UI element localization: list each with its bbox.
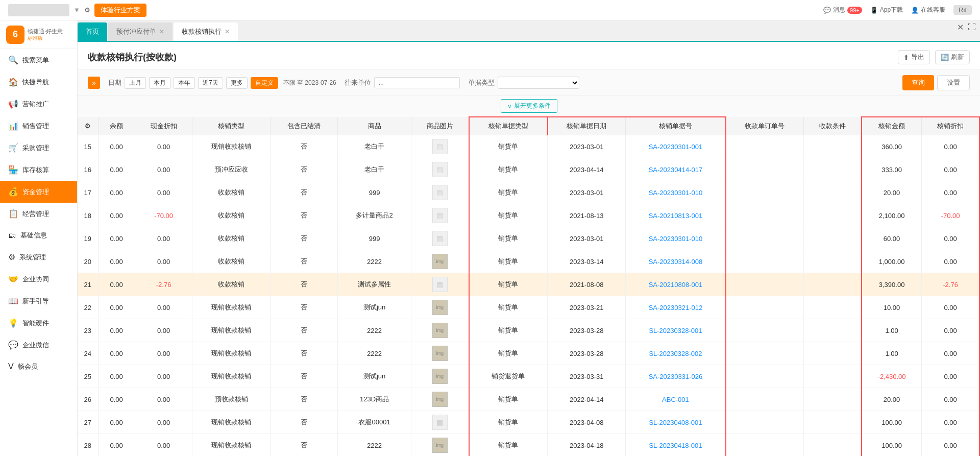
cell-rownum: 16 [78, 158, 98, 181]
cell-writeoffdate: 2021-08-13 [548, 204, 626, 227]
writeoff-no-link[interactable]: ABC-001 [662, 396, 689, 403]
cell-cashdiscount: 0.00 [135, 434, 192, 457]
sidebar-item-label: 搜索菜单 [22, 56, 49, 65]
cell-writeoffdoctype: 销货单 [469, 342, 548, 365]
tab-expand-icon[interactable]: ⛶ [968, 22, 976, 32]
cell-goods: 测试多属性 [338, 273, 411, 296]
writeoff-no-link[interactable]: SA-20230301-001 [649, 143, 703, 151]
refresh-btn[interactable]: 🔄 刷新 [935, 50, 970, 64]
export-btn[interactable]: ⬆ 导出 [898, 50, 930, 64]
writeoff-no-link[interactable]: SL-20230328-001 [649, 327, 702, 334]
sidebar-item-member[interactable]: V 畅会员 [0, 356, 77, 377]
cell-writeoffamount: -2,430.00 [862, 365, 922, 388]
sidebar-item-label: 销售管理 [22, 122, 49, 131]
cell-balance: 0.00 [98, 273, 135, 296]
table-row: 21 0.00 -2.76 收款核销 否 测试多属性 ▤ 销货单 2021-08… [78, 273, 979, 296]
sidebar-item-hardware[interactable]: 💡 智能硬件 [0, 312, 77, 334]
company-selector[interactable] [8, 4, 69, 16]
cell-goodsimg: img [411, 296, 469, 319]
sidebar-item-marketing[interactable]: 📢 营销推广 [0, 93, 77, 115]
writeoff-no-link[interactable]: SA-20210813-001 [649, 212, 703, 220]
sidebar-item-guide[interactable]: 📖 新手引导 [0, 290, 77, 312]
cell-receiptterms [804, 181, 862, 204]
filter-collapse-btn[interactable]: » [88, 77, 100, 89]
date-this-month[interactable]: 本月 [149, 77, 170, 89]
cell-writeoffamount: 1,000.00 [862, 250, 922, 273]
date-7days[interactable]: 近7天 [198, 77, 223, 89]
sidebar-item-sales[interactable]: 📊 销售管理 [0, 115, 77, 137]
cell-writeoffno: ABC-001 [626, 388, 726, 411]
user-avatar[interactable]: Rit [953, 5, 972, 15]
writeoff-no-link[interactable]: SA-20230321-012 [649, 304, 703, 311]
tab-close-icon[interactable]: ✕ [957, 22, 964, 32]
cell-balance: 0.00 [98, 158, 135, 181]
expand-more-bar: ∨ 展开更多条件 [78, 96, 980, 116]
date-this-year[interactable]: 本年 [174, 77, 195, 89]
app-download[interactable]: 📱 App下载 [870, 6, 903, 14]
cell-writeoffdate: 2023-03-21 [548, 296, 626, 319]
writeoff-no-link[interactable]: SL-20230328-002 [649, 350, 702, 357]
sidebar: 6 畅捷通·好生意 标准版 🔍 搜索菜单 🏠 快捷导航 📢 营销推广 📊 销 [0, 20, 78, 456]
writeoff-no-link[interactable]: SA-20210808-001 [649, 281, 703, 289]
sidebar-item-system[interactable]: ⚙ 系统管理 [0, 246, 77, 268]
sidebar-item-enterprise[interactable]: 🤝 企业协同 [0, 268, 77, 290]
cell-cashdiscount: -2.76 [135, 273, 192, 296]
writeoff-no-link[interactable]: SA-20230414-017 [649, 166, 703, 174]
cell-includesettled: 否 [270, 319, 337, 342]
goods-img: img [432, 369, 448, 384]
writeoff-no-link[interactable]: SL-20230418-001 [649, 442, 702, 449]
cell-goods: 老白干 [338, 158, 411, 181]
tab-receipt[interactable]: 收款核销执行 ✕ [174, 22, 238, 41]
cell-writeoffamount: 100.00 [862, 434, 922, 457]
writeoff-no-link[interactable]: SA-20230301-010 [649, 189, 703, 197]
col-settings-icon[interactable]: ⚙ [85, 122, 91, 130]
sidebar-item-search[interactable]: 🔍 搜索菜单 [0, 49, 77, 71]
col-settings-header[interactable]: ⚙ [78, 117, 98, 135]
sidebar-item-wechat[interactable]: 💬 企业微信 [0, 334, 77, 356]
partner-label: 往来单位 [345, 78, 371, 87]
table-row: 25 0.00 0.00 现销收款核销 否 测试jun img 销货退货单 20… [78, 365, 979, 388]
date-custom[interactable]: 自定义 [251, 77, 278, 89]
cell-cashdiscount: 0.00 [135, 250, 192, 273]
date-more[interactable]: 更多 [226, 77, 248, 89]
table-header-row: ⚙ 余额 现金折扣 核销类型 包含已结清 商品 商品图片 核销单据类型 核销单据… [78, 117, 979, 135]
online-service[interactable]: 👤 在线客服 [911, 6, 945, 14]
table-container[interactable]: ⚙ 余额 现金折扣 核销类型 包含已结清 商品 商品图片 核销单据类型 核销单据… [78, 116, 980, 456]
tab-prepaid[interactable]: 预付冲应付单 ✕ [108, 22, 173, 41]
cell-balance: 0.00 [98, 250, 135, 273]
cell-writeoffno: SA-20230331-026 [626, 365, 726, 388]
date-last-month[interactable]: 上月 [125, 77, 146, 89]
sidebar-item-basic[interactable]: 🗂 基础信息 [0, 225, 77, 246]
writeoff-no-link[interactable]: SL-20230408-001 [649, 419, 702, 426]
tab-home[interactable]: 首页 [78, 22, 107, 41]
cell-writeoffdiscount: -2.76 [922, 273, 979, 296]
receipt-tab-close[interactable]: ✕ [225, 28, 230, 35]
cell-receiptterms [804, 227, 862, 250]
sidebar-item-inventory[interactable]: 🏪 库存核算 [0, 159, 77, 181]
table-row: 22 0.00 0.00 现销收款核销 否 测试jun img 销货单 2023… [78, 296, 979, 319]
page-header: 收款核销执行(按收款) ⬆ 导出 🔄 刷新 [78, 42, 980, 70]
col-receiptterms-header: 收款条件 [804, 117, 862, 135]
partner-input[interactable] [374, 77, 460, 88]
cell-cashdiscount: 0.00 [135, 411, 192, 434]
query-btn[interactable]: 查询 [902, 75, 934, 90]
writeoff-no-link[interactable]: SA-20230301-010 [649, 235, 703, 243]
cell-rownum: 24 [78, 342, 98, 365]
prepaid-tab-close[interactable]: ✕ [159, 28, 164, 35]
cell-balance: 0.00 [98, 319, 135, 342]
expand-more-btn[interactable]: ∨ 展开更多条件 [501, 99, 557, 113]
writeoff-no-link[interactable]: SA-20230314-008 [649, 258, 703, 266]
settings-icon[interactable]: ⚙ [84, 6, 90, 14]
sidebar-item-operations[interactable]: 📋 经营管理 [0, 203, 77, 225]
writeoff-no-link[interactable]: SA-20230331-026 [649, 373, 703, 380]
settings-filter-btn[interactable]: 设置 [937, 75, 970, 90]
col-writeoffdiscount-header: 核销折扣 [922, 117, 979, 135]
doctype-select[interactable] [498, 77, 579, 89]
dropdown-icon[interactable]: ▼ [74, 6, 80, 14]
sidebar-item-purchase[interactable]: 🛒 采购管理 [0, 137, 77, 159]
sidebar-item-quicknav[interactable]: 🏠 快捷导航 [0, 71, 77, 93]
industry-btn[interactable]: 体验行业方案 [94, 4, 146, 17]
msg-area[interactable]: 💬 消息 99+ [823, 6, 862, 14]
cell-writeoffamount: 2,100.00 [862, 204, 922, 227]
sidebar-item-finance[interactable]: 💰 资金管理 [0, 181, 77, 203]
